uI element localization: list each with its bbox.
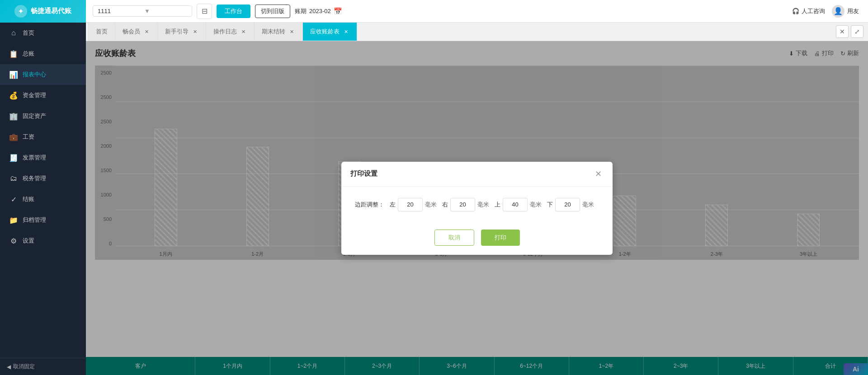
report-icon: 📊	[9, 70, 18, 79]
margin-left-group: 左 毫米	[390, 198, 437, 211]
tab-member[interactable]: 畅会员 ✕	[115, 23, 158, 41]
cancel-button[interactable]: 取消	[434, 230, 474, 246]
dialog-overlay: 打印设置 ✕ 边距调整： 左 毫米 右	[86, 41, 868, 375]
tab-oplog[interactable]: 操作日志 ✕	[206, 23, 255, 41]
margin-right-group: 右 毫米	[442, 198, 489, 211]
tab-close-icon[interactable]: ✕	[191, 28, 198, 35]
tab-expand-button[interactable]: ⤢	[851, 25, 863, 38]
calendar-icon[interactable]: 📅	[334, 7, 342, 15]
top-direction-label: 上	[495, 201, 500, 209]
tab-home[interactable]: 首页	[88, 23, 115, 41]
dialog-body: 边距调整： 左 毫米 右 毫米	[341, 187, 613, 223]
sidebar-item-payroll[interactable]: 💼 工资	[0, 127, 86, 147]
switch-version-button[interactable]: 切到旧版	[255, 5, 290, 18]
dialog-close-button[interactable]: ✕	[593, 169, 604, 179]
sidebar-item-label: 固定资产	[23, 112, 46, 120]
chevron-down-icon: ▼	[144, 8, 187, 14]
sidebar-item-settings[interactable]: ⚙ 设置	[0, 230, 86, 251]
header-middle: 1111 ▼ ⊟ 工作台 切到旧版 账期 2023-02 📅	[86, 4, 792, 19]
left-margin-input[interactable]	[398, 198, 423, 211]
copy-icon-button[interactable]: ⊟	[197, 4, 212, 19]
margin-settings-row: 边距调整： 左 毫米 右 毫米	[355, 198, 599, 211]
tab-guide[interactable]: 新手引导 ✕	[158, 23, 206, 41]
logo-icon: ✦	[14, 5, 27, 18]
workbench-button[interactable]: 工作台	[217, 5, 250, 18]
sidebar: ⌂ 首页 📋 总账 📊 报表中心 💰 资金管理 🏢 固定资产 💼 工资	[0, 23, 86, 375]
settlement-icon: ✓	[9, 195, 18, 204]
sidebar-item-funds[interactable]: 💰 资金管理	[0, 85, 86, 106]
margin-bottom-group: 下 毫米	[547, 198, 594, 211]
top-margin-input[interactable]	[503, 198, 528, 211]
funds-icon: 💰	[9, 91, 18, 100]
pin-icon: ◀	[7, 364, 11, 370]
tab-close-icon[interactable]: ✕	[143, 28, 150, 35]
logo-text: 畅捷通易代账	[31, 7, 71, 15]
bottom-unit-label: 毫米	[582, 201, 594, 209]
tab-label: 期末结转	[262, 28, 285, 36]
tab-close-button[interactable]: ✕	[836, 25, 849, 38]
sidebar-item-label: 报表中心	[23, 70, 46, 79]
sidebar-item-label: 发票管理	[23, 154, 46, 162]
left-direction-label: 左	[390, 201, 396, 209]
sidebar-item-fixed-assets[interactable]: 🏢 固定资产	[0, 106, 86, 127]
sidebar-item-label: 工资	[23, 133, 34, 141]
sidebar-item-settlement[interactable]: ✓ 结账	[0, 189, 86, 210]
period-value: 2023-02	[309, 8, 331, 14]
tab-period-close[interactable]: 期末结转 ✕	[255, 23, 303, 41]
invoice-icon: 🧾	[9, 153, 18, 162]
ledger-icon: 📋	[9, 49, 18, 58]
tab-label: 首页	[96, 28, 108, 36]
support-button[interactable]: 🎧 人工咨询	[792, 7, 825, 15]
building-icon: 🏢	[9, 112, 18, 121]
right-direction-label: 右	[442, 201, 448, 209]
bottom-direction-label: 下	[547, 201, 553, 209]
sidebar-item-label: 首页	[23, 29, 34, 37]
sidebar-item-ledger[interactable]: 📋 总账	[0, 43, 86, 64]
tabs-bar: 首页 畅会员 ✕ 新手引导 ✕ 操作日志 ✕ 期末结转 ✕ 应收账龄表 ✕	[86, 23, 868, 41]
user-area[interactable]: 👤 用友	[832, 5, 859, 18]
headset-icon: 🎧	[792, 8, 799, 14]
user-label: 用友	[847, 7, 859, 15]
logo-area: ✦ 畅捷通易代账	[0, 0, 86, 23]
tab-close-icon[interactable]: ✕	[288, 28, 295, 35]
support-label: 人工咨询	[802, 7, 825, 15]
right-margin-input[interactable]	[450, 198, 475, 211]
gear-icon: ⚙	[9, 236, 18, 245]
bottom-margin-input[interactable]	[555, 198, 580, 211]
sidebar-item-label: 设置	[23, 237, 34, 245]
sidebar-item-invoice[interactable]: 🧾 发票管理	[0, 147, 86, 168]
tabs-right: ✕ ⤢	[836, 25, 866, 38]
archive-icon: 📁	[9, 216, 18, 225]
dialog-header: 打印设置 ✕	[341, 162, 613, 187]
dialog-footer: 取消 打印	[341, 223, 613, 255]
left-unit-label: 毫米	[425, 201, 437, 209]
period-area: 账期 2023-02 📅	[295, 7, 342, 15]
sidebar-collapse-button[interactable]: ◀ 取消固定	[0, 358, 86, 375]
dialog-title: 打印设置	[350, 169, 377, 178]
tab-close-icon[interactable]: ✕	[240, 28, 247, 35]
confirm-print-button[interactable]: 打印	[481, 230, 520, 246]
sidebar-item-reports[interactable]: 📊 报表中心	[0, 64, 86, 85]
tab-label: 畅会员	[123, 28, 140, 36]
sidebar-item-label: 税务管理	[23, 174, 46, 183]
avatar: 👤	[832, 5, 844, 18]
top-unit-label: 毫米	[530, 201, 542, 209]
main-layout: ⌂ 首页 📋 总账 📊 报表中心 💰 资金管理 🏢 固定资产 💼 工资	[0, 23, 868, 375]
tab-label: 应收账龄表	[310, 28, 340, 36]
sidebar-item-tax[interactable]: 🗂 税务管理	[0, 168, 86, 189]
sidebar-scroll: ⌂ 首页 📋 总账 📊 报表中心 💰 资金管理 🏢 固定资产 💼 工资	[0, 23, 86, 358]
header-right: 🎧 人工咨询 👤 用友	[792, 5, 868, 18]
payroll-icon: 💼	[9, 132, 18, 141]
content-area: 首页 畅会员 ✕ 新手引导 ✕ 操作日志 ✕ 期末结转 ✕ 应收账龄表 ✕	[86, 23, 868, 375]
tab-ar-aging[interactable]: 应收账龄表 ✕	[303, 23, 357, 41]
top-header: ✦ 畅捷通易代账 1111 ▼ ⊟ 工作台 切到旧版 账期 2023-02 📅 …	[0, 0, 868, 23]
tab-close-icon[interactable]: ✕	[342, 28, 349, 35]
sidebar-item-label: 资金管理	[23, 91, 46, 99]
sidebar-item-label: 归档管理	[23, 216, 46, 224]
right-unit-label: 毫米	[477, 201, 489, 209]
sidebar-item-archive[interactable]: 📁 归档管理	[0, 210, 86, 230]
company-selector[interactable]: 1111 ▼	[93, 5, 192, 17]
sidebar-item-label: 结账	[23, 195, 34, 203]
sidebar-item-home[interactable]: ⌂ 首页	[0, 23, 86, 43]
margin-label: 边距调整：	[355, 201, 384, 209]
